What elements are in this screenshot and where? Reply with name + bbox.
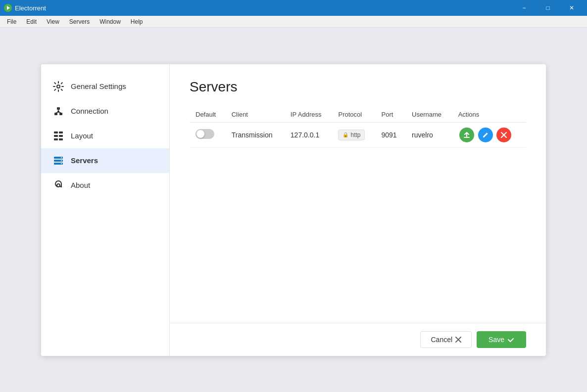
sidebar-label-connection: Connection [71,107,108,115]
edit-button[interactable] [478,128,493,142]
titlebar: Electorrent − □ ✕ [0,0,587,16]
menu-view[interactable]: View [42,17,64,26]
cell-client: Transmission [226,122,285,147]
cell-ip: 127.0.0.1 [285,122,333,147]
sidebar-label-about: About [71,181,90,189]
delete-button[interactable] [496,128,511,142]
col-header-actions: Actions [452,107,526,123]
protocol-value: http [350,131,360,138]
svg-rect-3 [54,113,57,115]
app-icon [4,4,12,12]
cancel-label: Cancel [431,336,452,344]
menu-window[interactable]: Window [95,17,126,26]
save-label: Save [489,336,504,344]
svg-rect-14 [54,138,58,140]
content-body: Servers Default Client IP Address Protoc… [170,64,546,323]
menu-servers[interactable]: Servers [64,17,95,26]
svg-rect-13 [59,135,63,137]
sidebar-item-layout[interactable]: Layout [41,124,169,148]
protocol-badge: 🔒 http [338,130,365,140]
at-icon [53,180,64,191]
sidebar: General Settings Connection [41,64,170,356]
save-button[interactable]: Save [477,331,526,348]
lock-icon: 🔒 [342,132,348,137]
cell-actions [452,122,526,147]
sidebar-item-general-settings[interactable]: General Settings [41,74,169,99]
col-header-protocol: Protocol [332,107,375,123]
content-area: Servers Default Client IP Address Protoc… [170,64,546,356]
cancel-button[interactable]: Cancel [420,331,472,348]
cancel-icon [455,337,461,343]
sidebar-label-general-settings: General Settings [71,82,126,90]
sidebar-label-layout: Layout [71,131,93,140]
content-footer: Cancel Save [170,323,546,356]
minimize-button[interactable]: − [513,0,536,16]
svg-rect-12 [54,135,58,137]
svg-rect-11 [59,131,63,133]
page-title: Servers [190,79,526,95]
sidebar-item-servers[interactable]: Servers [41,148,169,173]
menu-edit[interactable]: Edit [21,17,42,26]
sidebar-item-connection[interactable]: Connection [41,99,169,124]
upload-button[interactable] [459,128,474,142]
save-checkmark-icon [507,336,514,343]
svg-rect-15 [59,138,63,140]
app-title: Electorrent [15,4,46,12]
close-button[interactable]: ✕ [560,0,583,16]
menubar: File Edit View Servers Window Help [0,16,587,28]
col-header-port: Port [376,107,406,123]
svg-rect-6 [59,113,62,115]
svg-point-19 [61,157,62,158]
maximize-button[interactable]: □ [537,0,559,16]
col-header-username: Username [406,107,452,123]
svg-point-20 [61,160,62,161]
cell-port: 9091 [376,122,406,147]
cell-default [190,122,226,147]
table-row: Transmission 127.0.0.1 🔒 http 9091 ruvel… [190,122,526,147]
cell-username: ruvelro [406,122,452,147]
servers-icon [53,155,64,166]
svg-rect-5 [57,107,60,110]
layout-icon [53,131,64,141]
titlebar-controls: − □ ✕ [513,0,583,16]
settings-panel: General Settings Connection [41,64,546,356]
svg-line-8 [56,112,58,113]
connection-icon [53,106,64,117]
svg-line-9 [58,112,61,113]
svg-rect-10 [54,131,58,133]
menu-help[interactable]: Help [126,17,148,26]
sidebar-item-about[interactable]: About [41,173,169,198]
col-header-client: Client [226,107,285,123]
col-header-ip: IP Address [285,107,333,123]
svg-point-2 [57,85,60,88]
servers-table: Default Client IP Address Protocol Port … [190,107,526,148]
menu-file[interactable]: File [2,17,21,26]
gear-icon [53,81,64,92]
cell-protocol: 🔒 http [332,122,375,147]
sidebar-label-servers: Servers [71,156,98,165]
col-header-default: Default [190,107,226,123]
svg-point-21 [61,163,62,164]
titlebar-left: Electorrent [4,4,46,12]
main-content: General Settings Connection [0,28,587,392]
default-toggle[interactable] [196,129,214,139]
